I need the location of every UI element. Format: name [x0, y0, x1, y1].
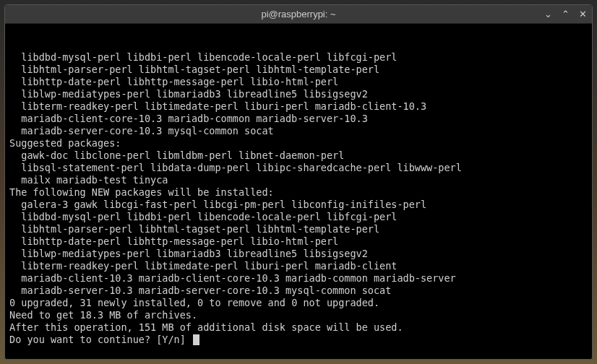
terminal-line: gawk-doc libclone-perl libmldbm-perl lib…: [9, 150, 588, 162]
titlebar: pi@raspberrypi: ~ ⌄ ⌃ ✕: [5, 5, 592, 24]
terminal-line: mariadb-client-core-10.3 mariadb-common …: [9, 113, 588, 125]
terminal-line: 0 upgraded, 31 newly installed, 0 to rem…: [9, 297, 588, 309]
terminal-line: Suggested packages:: [9, 137, 588, 150]
terminal-prompt-line[interactable]: Do you want to continue? [Y/n]: [9, 334, 588, 346]
terminal-line: mariadb-server-core-10.3 mysql-common so…: [9, 125, 588, 137]
terminal-line: libhtml-parser-perl libhtml-tagset-perl …: [9, 64, 588, 76]
terminal-line: liblwp-mediatypes-perl libmariadb3 libre…: [9, 88, 588, 100]
window-controls: ⌄ ⌃ ✕: [543, 5, 588, 23]
terminal-line: libhtml-parser-perl libhtml-tagset-perl …: [9, 223, 588, 235]
maximize-icon[interactable]: ⌃: [560, 9, 570, 20]
prompt-text: Do you want to continue? [Y/n]: [9, 334, 192, 345]
terminal-line: libdbd-mysql-perl libdbi-perl libencode-…: [9, 51, 588, 64]
terminal-line: The following NEW packages will be insta…: [9, 186, 588, 199]
terminal-line: libhttp-date-perl libhttp-message-perl l…: [9, 76, 588, 88]
terminal-line: mailx mariadb-test tinyca: [9, 174, 588, 186]
terminal-window: pi@raspberrypi: ~ ⌄ ⌃ ✕ libdbd-mysql-per…: [4, 4, 593, 360]
terminal-line: libdbd-mysql-perl libdbi-perl libencode-…: [9, 211, 588, 223]
terminal-line: Need to get 18.3 MB of archives.: [9, 309, 588, 321]
terminal-line: libhttp-date-perl libhttp-message-perl l…: [9, 235, 588, 248]
terminal-line: libsql-statement-perl libdata-dump-perl …: [9, 162, 588, 174]
close-icon[interactable]: ✕: [577, 9, 588, 20]
terminal-output[interactable]: libdbd-mysql-perl libdbi-perl libencode-…: [5, 24, 592, 359]
terminal-line: galera-3 gawk libcgi-fast-perl libcgi-pm…: [9, 199, 588, 211]
terminal-line: libterm-readkey-perl libtimedate-perl li…: [9, 260, 588, 272]
terminal-line: liblwp-mediatypes-perl libmariadb3 libre…: [9, 248, 588, 260]
terminal-line: mariadb-server-10.3 mariadb-server-core-…: [9, 285, 588, 297]
window-title: pi@raspberrypi: ~: [261, 9, 335, 20]
minimize-icon[interactable]: ⌄: [543, 9, 553, 20]
cursor-icon: [193, 334, 199, 345]
terminal-line: After this operation, 151 MB of addition…: [9, 321, 588, 334]
terminal-line: mariadb-client-10.3 mariadb-client-core-…: [9, 272, 588, 285]
terminal-line: libterm-readkey-perl libtimedate-perl li…: [9, 100, 588, 113]
